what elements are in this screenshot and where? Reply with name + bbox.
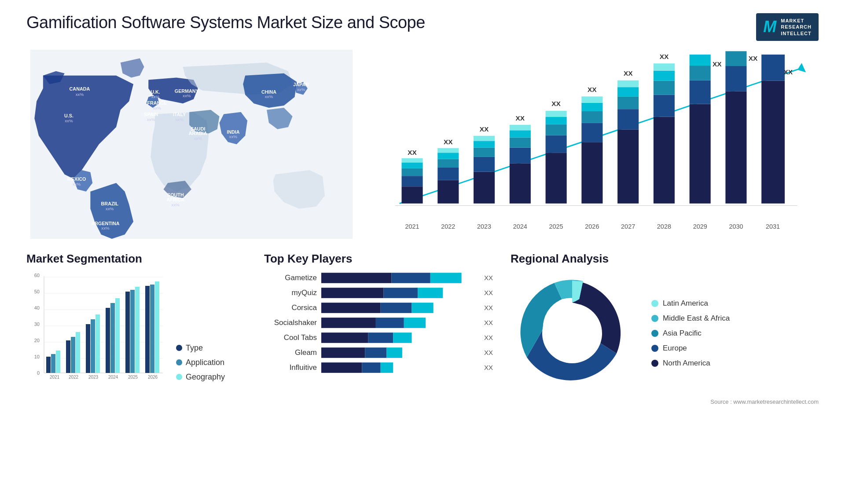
svg-text:xx%: xx% bbox=[76, 91, 84, 96]
svg-text:2023: 2023 bbox=[88, 375, 99, 380]
player-xx-corsica: XX bbox=[484, 304, 493, 311]
svg-rect-146 bbox=[155, 281, 159, 373]
legend-europe: Europe bbox=[651, 344, 730, 353]
svg-rect-138 bbox=[115, 298, 120, 373]
svg-text:JAPAN: JAPAN bbox=[293, 82, 309, 87]
svg-rect-154 bbox=[321, 303, 381, 313]
svg-rect-165 bbox=[386, 347, 402, 358]
player-row-socialshaker: Socialshaker XX bbox=[264, 317, 493, 329]
svg-text:2021: 2021 bbox=[405, 223, 419, 230]
label-mea: Middle East & Africa bbox=[663, 314, 730, 323]
svg-text:40: 40 bbox=[34, 305, 40, 310]
logo-box: M MARKET RESEARCH INTELLECT bbox=[756, 13, 819, 41]
svg-rect-134 bbox=[96, 314, 100, 373]
svg-rect-73 bbox=[581, 111, 603, 123]
svg-text:xx%: xx% bbox=[65, 118, 73, 123]
svg-text:50: 50 bbox=[34, 289, 40, 294]
svg-rect-52 bbox=[474, 148, 495, 157]
svg-text:2029: 2029 bbox=[693, 223, 707, 230]
svg-rect-61 bbox=[510, 125, 531, 131]
svg-rect-71 bbox=[581, 142, 603, 203]
svg-rect-150 bbox=[430, 273, 462, 283]
svg-text:xx%: xx% bbox=[297, 87, 305, 92]
svg-rect-88 bbox=[654, 71, 675, 81]
svg-rect-141 bbox=[130, 290, 135, 373]
svg-text:XX: XX bbox=[713, 60, 722, 68]
page-title: Gamification Software Systems Market Siz… bbox=[26, 13, 425, 32]
player-row-corsica: Corsica XX bbox=[264, 302, 493, 314]
regional-legend: Latin America Middle East & Africa Asia … bbox=[651, 299, 730, 368]
player-xx-gleam: XX bbox=[484, 349, 493, 356]
logo-line3: INTELLECT bbox=[781, 30, 812, 37]
svg-rect-95 bbox=[690, 55, 711, 66]
legend-dot-geography bbox=[176, 374, 182, 380]
svg-text:2027: 2027 bbox=[621, 223, 635, 230]
logo-area: M MARKET RESEARCH INTELLECT bbox=[756, 13, 819, 41]
svg-text:XX: XX bbox=[660, 53, 669, 60]
svg-rect-60 bbox=[510, 130, 531, 137]
svg-rect-45 bbox=[437, 159, 459, 168]
svg-text:CANADA: CANADA bbox=[70, 86, 90, 91]
svg-rect-155 bbox=[381, 303, 412, 313]
world-map: CANADA xx% U.S. xx% MEXICO xx% BRAZIL xx… bbox=[26, 50, 356, 239]
donut-chart bbox=[511, 272, 634, 395]
svg-rect-160 bbox=[321, 332, 368, 343]
svg-rect-132 bbox=[86, 324, 90, 373]
player-xx-gametize: XX bbox=[484, 274, 493, 281]
dot-north-america bbox=[651, 360, 658, 367]
svg-rect-105 bbox=[761, 55, 785, 81]
svg-rect-157 bbox=[321, 318, 376, 328]
svg-text:XX: XX bbox=[783, 68, 793, 76]
svg-rect-168 bbox=[381, 362, 393, 373]
dot-latin-america bbox=[651, 300, 658, 307]
svg-rect-152 bbox=[384, 288, 418, 298]
svg-text:2030: 2030 bbox=[729, 223, 743, 230]
svg-rect-47 bbox=[437, 148, 459, 153]
legend-dot-type bbox=[176, 345, 182, 351]
svg-text:XX: XX bbox=[444, 138, 453, 146]
player-row-myquiz: myQuiz XX bbox=[264, 287, 493, 299]
svg-rect-87 bbox=[654, 81, 675, 95]
svg-text:2021: 2021 bbox=[50, 375, 60, 380]
svg-text:XX: XX bbox=[624, 69, 633, 77]
svg-rect-125 bbox=[51, 354, 55, 373]
svg-rect-124 bbox=[46, 357, 51, 373]
svg-rect-145 bbox=[150, 285, 154, 373]
legend-asia-pacific: Asia Pacific bbox=[651, 329, 730, 338]
svg-rect-140 bbox=[125, 292, 130, 373]
svg-text:xx%: xx% bbox=[73, 182, 81, 186]
legend-dot-application bbox=[176, 359, 182, 365]
svg-rect-151 bbox=[321, 288, 384, 298]
svg-rect-164 bbox=[365, 347, 386, 358]
regional-title: Regional Analysis bbox=[511, 252, 819, 266]
svg-rect-136 bbox=[106, 308, 110, 373]
svg-text:FRANCE: FRANCE bbox=[147, 100, 167, 106]
logo-letter: M bbox=[763, 18, 776, 36]
header: Gamification Software Systems Market Siz… bbox=[26, 13, 819, 41]
player-bar-cooltabs bbox=[321, 332, 477, 344]
svg-rect-50 bbox=[474, 172, 495, 203]
svg-text:U.S.: U.S. bbox=[64, 113, 73, 118]
svg-rect-93 bbox=[690, 80, 711, 104]
svg-text:XX: XX bbox=[551, 100, 561, 107]
label-latin-america: Latin America bbox=[663, 299, 708, 308]
svg-rect-57 bbox=[510, 163, 531, 203]
svg-rect-104 bbox=[761, 81, 785, 204]
player-bar-socialshaker bbox=[321, 317, 477, 329]
top-section: CANADA xx% U.S. xx% MEXICO xx% BRAZIL xx… bbox=[26, 50, 819, 239]
svg-text:ITALY: ITALY bbox=[173, 112, 186, 117]
svg-rect-85 bbox=[654, 117, 675, 203]
svg-rect-74 bbox=[581, 103, 603, 111]
svg-rect-99 bbox=[725, 91, 746, 204]
svg-text:xx%: xx% bbox=[175, 117, 184, 122]
svg-text:XX: XX bbox=[480, 125, 489, 133]
svg-rect-156 bbox=[412, 303, 434, 313]
seg-chart: 0 10 20 30 40 50 60 bbox=[26, 272, 167, 386]
svg-rect-129 bbox=[71, 337, 75, 373]
svg-rect-64 bbox=[546, 153, 567, 203]
player-name-myquiz: myQuiz bbox=[264, 289, 317, 297]
player-xx-socialshaker: XX bbox=[484, 319, 493, 326]
player-name-gleam: Gleam bbox=[264, 348, 317, 357]
svg-rect-133 bbox=[91, 319, 95, 373]
regional-analysis: Regional Analysis bbox=[511, 252, 819, 405]
